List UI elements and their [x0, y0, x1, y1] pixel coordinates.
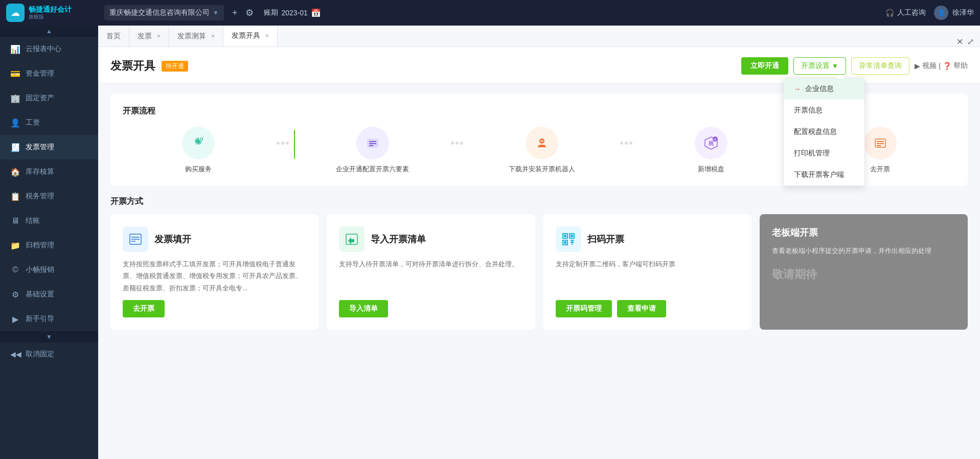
- sidebar-label-zijin: 资金管理: [26, 69, 54, 78]
- tab-expand-icon[interactable]: ⤢: [967, 37, 974, 47]
- sidebar-item-gongzi[interactable]: 👤 工资: [0, 110, 98, 135]
- jichushezhi-icon: ⚙: [10, 289, 20, 300]
- tab-home[interactable]: 首页: [98, 26, 129, 47]
- tab-invoice-close[interactable]: ×: [157, 33, 161, 40]
- dropdown-arrow: [836, 74, 844, 78]
- logo-subtitle: 旗舰版: [29, 13, 72, 20]
- user-name: 徐泽华: [952, 8, 974, 17]
- menu-tax-disk-label: 配置税盘信息: [794, 127, 837, 136]
- main-area: ▲ 📊 云报表中心 💳 资金管理 🏢 固定资产 👤 工资 🧾 发票管理: [0, 26, 980, 459]
- status-badge: 待开通: [162, 61, 188, 72]
- menu-item-tax-disk[interactable]: 配置税盘信息: [784, 121, 864, 143]
- boss-overlay: 敬请期待: [772, 267, 955, 282]
- fill-title: 发票填开: [154, 233, 191, 245]
- sidebar-item-jichushezhi[interactable]: ⚙ 基础设置: [0, 282, 98, 307]
- menu-item-printer[interactable]: 打印机管理: [784, 143, 864, 164]
- xiaochang-icon: ©: [10, 265, 20, 275]
- view-apply-button[interactable]: 查看申请: [617, 300, 666, 317]
- menu-item-invoice-info[interactable]: 开票信息: [784, 100, 864, 121]
- menu-item-download-client[interactable]: 下载开票客户端: [784, 164, 864, 186]
- logo-icon: ☁: [6, 4, 25, 22]
- sidebar-item-yunbao[interactable]: 📊 云报表中心: [0, 37, 98, 61]
- tab-invoice[interactable]: 发票 ×: [129, 26, 169, 47]
- flow-step-2-label: 企业开通配置开票六要素: [336, 165, 409, 174]
- sidebar-item-zijin[interactable]: 💳 资金管理: [0, 61, 98, 86]
- fill-actions: 去开票: [123, 300, 306, 317]
- tab-invoice-issue-label: 发票开具: [232, 31, 260, 40]
- import-button[interactable]: 导入清单: [339, 300, 388, 317]
- yunbao-icon: 📊: [10, 44, 20, 54]
- flow-step-3: 下载并安装开票机器人: [466, 127, 617, 174]
- video-button[interactable]: ▶ 视频 | ❓ 帮助: [915, 61, 968, 71]
- sidebar-item-kucun[interactable]: 🏠 库存核算: [0, 159, 98, 184]
- sidebar-cancel-pin[interactable]: ◀◀ 取消固定: [0, 342, 98, 366]
- sidebar-label-xinshou: 新手引导: [26, 314, 54, 324]
- top-right: 🎧 人工咨询 👤 徐泽华: [885, 6, 974, 20]
- sidebar-scroll-up[interactable]: ▲: [0, 26, 98, 37]
- activate-button[interactable]: 立即开通: [741, 57, 788, 75]
- logo-title: 畅捷通好会计: [29, 5, 72, 14]
- scan-icon: [556, 226, 581, 252]
- flow-step-2-icon: [356, 127, 389, 159]
- tab-home-label: 首页: [106, 32, 121, 41]
- scan-desc: 支持定制开票二维码，客户端可扫码开票: [556, 258, 739, 270]
- add-icon[interactable]: +: [230, 6, 240, 20]
- sidebar-item-gudingzichan[interactable]: 🏢 固定资产: [0, 86, 98, 110]
- sidebar-item-fapiao[interactable]: 🧾 发票管理: [0, 135, 98, 159]
- setting-btn-wrapper: 开票设置 ▼ → 企业信息 开票信息: [793, 57, 847, 75]
- svg-text:+: +: [714, 137, 716, 142]
- tab-invoice-issue[interactable]: 发票开具 ×: [223, 26, 278, 47]
- calendar-icon[interactable]: 📅: [311, 8, 321, 18]
- sidebar-scroll-down[interactable]: ▼: [0, 331, 98, 342]
- sidebar-item-xinshou[interactable]: ▶ 新手引导: [0, 307, 98, 331]
- menu-invoice-info-label: 开票信息: [794, 106, 823, 115]
- jiezhang-icon: 🖥: [10, 216, 20, 226]
- import-title: 导入开票清单: [371, 233, 426, 245]
- sidebar-item-xiaochang[interactable]: © 小畅报销: [0, 258, 98, 282]
- scan-title: 扫码开票: [587, 233, 624, 245]
- tab-bar: 首页 发票 × 发票测算 × 发票开具 × ✕ ⤢: [98, 26, 980, 47]
- svg-rect-27: [564, 235, 566, 237]
- sidebar-label-gongzi: 工资: [26, 118, 40, 127]
- qrcode-manage-button[interactable]: 开票码管理: [556, 300, 612, 317]
- separator: |: [939, 62, 941, 70]
- fapiao-icon: 🧾: [10, 142, 20, 152]
- boss-desc: 查看老板端小程序提交的开票申请，并作出相应的处理: [772, 245, 955, 257]
- company-name: 重庆畅捷交通信息咨询有限公司: [109, 8, 210, 17]
- cancel-pin-label: 取消固定: [26, 350, 54, 359]
- period-label: 账期: [264, 8, 278, 17]
- method-card-fill-header: 发票填开: [123, 226, 306, 252]
- flow-step-2: 企业开通配置开票六要素: [297, 127, 448, 174]
- fill-go-button[interactable]: 去开票: [123, 300, 165, 317]
- page-title: 发票开具: [110, 58, 155, 74]
- sidebar-item-jiezhang[interactable]: 🖥 结账: [0, 209, 98, 233]
- flow-step-4-icon: 税+: [695, 127, 727, 159]
- import-actions: 导入清单: [339, 300, 522, 317]
- tab-invoice-issue-close[interactable]: ×: [265, 32, 269, 39]
- sidebar-label-guidang: 归档管理: [26, 241, 54, 250]
- sidebar-label-shuiwu: 税务管理: [26, 192, 54, 201]
- fill-desc: 支持按照发票样式手工填开发票；可开具增值税电子普通发票、增值税普通发票、增值税专…: [123, 258, 306, 294]
- user-info[interactable]: 👤 徐泽华: [934, 6, 974, 20]
- consult-button[interactable]: 🎧 人工咨询: [885, 8, 926, 17]
- boss-title: 老板端开票: [772, 226, 818, 239]
- tab-close-all-icon[interactable]: ✕: [956, 37, 963, 47]
- step-connector-2: [448, 142, 466, 145]
- sidebar-item-guidang[interactable]: 📁 归档管理: [0, 233, 98, 258]
- company-dropdown-arrow: ▼: [213, 9, 219, 16]
- setting-button[interactable]: 开票设置 ▼: [793, 57, 847, 75]
- menu-item-company-info[interactable]: → 企业信息: [784, 78, 864, 100]
- flow-step-1-label: 购买服务: [185, 165, 212, 174]
- method-card-boss: 老板端开票 查看老板端小程序提交的开票申请，并作出相应的处理 敬请期待: [760, 214, 968, 330]
- settings-icon[interactable]: ⚙: [243, 5, 256, 20]
- step-connector-1: [274, 142, 292, 145]
- sidebar-item-shuiwu[interactable]: 📋 税务管理: [0, 184, 98, 209]
- zijin-icon: 💳: [10, 68, 20, 79]
- menu-company-info-label: 企业信息: [805, 84, 834, 94]
- tab-invoice-calc-close[interactable]: ×: [211, 33, 215, 40]
- tab-invoice-calc[interactable]: 发票测算 ×: [169, 26, 223, 47]
- flow-step-4-label: 新增税盘: [698, 165, 724, 174]
- company-selector[interactable]: 重庆畅捷交通信息咨询有限公司 ▼: [104, 5, 224, 20]
- exception-button[interactable]: 异常清单查询: [851, 57, 909, 75]
- import-desc: 支持导入待开票清单，可对待开票清单进行拆分、合并处理。: [339, 258, 522, 270]
